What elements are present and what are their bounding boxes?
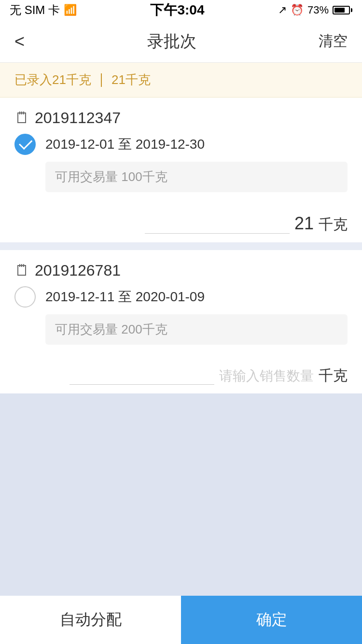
- page-title: 录批次: [147, 30, 196, 53]
- confirm-button[interactable]: 确定: [181, 596, 362, 644]
- batch-2-input-row: 请输入销售数量 千克: [0, 361, 362, 393]
- batch-2-icon: 🗒: [14, 262, 30, 280]
- batch-1-amount[interactable]: 21: [294, 213, 314, 234]
- batch-1-amount-row: 21 千克: [0, 209, 362, 242]
- batch-1-unit: 千克: [319, 215, 348, 235]
- batch-2-container: 🗒 2019126781 2019-12-11 至 2020-01-09 可用交…: [0, 250, 362, 393]
- nav-bar: < 录批次 清空: [0, 20, 362, 63]
- auto-distribute-button[interactable]: 自动分配: [0, 596, 181, 644]
- status-time: 下午3:04: [150, 1, 204, 19]
- batch-2-date: 2019-12-11 至 2020-01-09: [45, 288, 205, 306]
- sim-label: 无 SIM 卡: [10, 2, 60, 18]
- bottom-bar: 自动分配 确定: [0, 596, 362, 644]
- batch-1-header: 🗒 2019112347: [14, 109, 348, 127]
- batch-1-date: 2019-12-01 至 2019-12-30: [45, 135, 205, 154]
- recorded-value-label: 21千克: [111, 71, 151, 88]
- banner-divider: [101, 73, 102, 87]
- status-right: ↗ ⏰ 73%: [278, 4, 352, 16]
- batch-2-number: 2019126781: [35, 262, 121, 280]
- batch-1-icon: 🗒: [14, 109, 30, 127]
- battery-icon: [333, 6, 352, 14]
- section-divider-1: [0, 242, 362, 250]
- batch-1-item: 🗒 2019112347 2019-12-01 至 2019-12-30 可用交…: [0, 98, 362, 209]
- alarm-icon: ⏰: [291, 4, 304, 16]
- batch-1-radio[interactable]: [14, 134, 36, 155]
- batch-1-capacity-text: 可用交易量 100千克: [55, 169, 167, 184]
- batch-2-header: 🗒 2019126781: [14, 262, 348, 280]
- gps-icon: ↗: [278, 4, 287, 16]
- info-banner: 已录入21千克 21千克: [0, 63, 362, 98]
- already-recorded-label: 已录入21千克: [14, 71, 91, 88]
- batch-2-item: 🗒 2019126781 2019-12-11 至 2020-01-09 可用交…: [0, 250, 362, 361]
- batch-2-unit: 千克: [319, 366, 348, 386]
- status-bar: 无 SIM 卡 📶 下午3:04 ↗ ⏰ 73%: [0, 0, 362, 20]
- battery-percent: 73%: [307, 4, 329, 16]
- amount-underline: [145, 233, 290, 234]
- batch-2-capacity-text: 可用交易量 200千克: [55, 322, 167, 336]
- back-button[interactable]: <: [14, 31, 25, 52]
- batch-2-capacity: 可用交易量 200千克: [45, 314, 348, 345]
- clear-button[interactable]: 清空: [319, 31, 348, 51]
- batch-2-row[interactable]: 2019-12-11 至 2020-01-09: [14, 286, 348, 308]
- batch-1-row[interactable]: 2019-12-01 至 2019-12-30: [14, 134, 348, 155]
- wifi-icon: 📶: [64, 4, 77, 16]
- input-underline: [70, 384, 214, 385]
- status-left: 无 SIM 卡 📶: [10, 2, 77, 18]
- batch-1-number: 2019112347: [35, 109, 121, 127]
- bottom-gray-area: [0, 393, 362, 596]
- batch-1-capacity: 可用交易量 100千克: [45, 162, 348, 192]
- batch-1-container: 🗒 2019112347 2019-12-01 至 2019-12-30 可用交…: [0, 98, 362, 242]
- batch-2-radio[interactable]: [14, 286, 36, 308]
- batch-2-input-placeholder[interactable]: 请输入销售数量: [219, 367, 314, 385]
